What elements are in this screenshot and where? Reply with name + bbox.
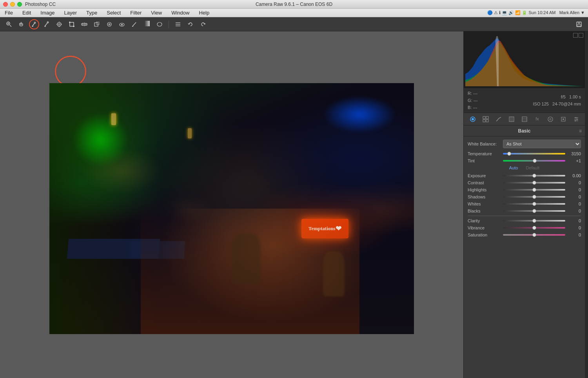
g-value: G: --- [468,97,478,104]
contrast-thumb[interactable] [532,181,536,185]
hist-collapse-btn[interactable] [573,33,578,38]
saturation-slider[interactable] [503,233,565,236]
exposure-slider[interactable] [503,174,565,177]
split-tone-tab[interactable]: fx [533,114,542,124]
blacks-row: Blacks 0 [468,209,581,213]
menu-file[interactable]: File [3,10,15,16]
panel-menu-button[interactable]: ≡ [579,128,582,134]
default-button[interactable]: Default [526,165,539,170]
saturation-thumb[interactable] [532,233,536,237]
svg-point-28 [121,24,123,25]
svg-rect-5 [32,26,33,27]
whites-row: Whites 0 [468,202,581,206]
exposure-thumb[interactable] [532,174,536,178]
rotate-left-tool[interactable] [185,19,196,29]
title-bar: Photoshop CC Camera Raw 9.6.1 – Canon EO… [0,0,588,9]
histogram-controls [573,33,583,38]
radial-filter-tool[interactable] [154,19,165,29]
grid-panel-tab[interactable] [481,114,490,124]
minimize-button[interactable] [10,2,15,7]
white-balance-select[interactable]: As Shot Auto Daylight Cloudy Shade Tungs… [503,140,581,148]
detail-tab[interactable] [507,114,516,124]
white-balance-tool[interactable] [29,19,39,29]
temperature-slider[interactable] [503,152,565,155]
menu-filter[interactable]: Filter [129,10,143,16]
menu-window[interactable]: Window [170,10,191,16]
color-sampler-tool[interactable] [42,19,52,29]
preferences-tool[interactable] [173,19,183,29]
menu-type[interactable]: Type [85,10,99,16]
adjustment-brush-tool[interactable] [129,19,140,29]
auto-button[interactable]: Auto [509,165,518,170]
figure-1 [232,234,261,284]
hsl-tab[interactable] [520,114,529,124]
maximize-button[interactable] [17,2,22,7]
menu-edit[interactable]: Edit [21,10,33,16]
close-button[interactable] [3,2,8,7]
svg-rect-42 [483,120,485,122]
r-value: R: --- [468,90,478,97]
lantern-2 [188,128,192,138]
camera-info-row: R: --- G: --- B: --- f/5 1.00 s ISO 125 … [468,90,581,111]
highlights-thumb[interactable] [532,188,536,192]
lens-value: 24-70@24 mm [552,102,581,106]
blacks-thumb[interactable] [532,209,536,213]
shadows-slider[interactable] [503,195,565,198]
vibrance-thumb[interactable] [532,226,536,230]
lens-correction-tab[interactable] [546,114,555,124]
auto-default-row: Auto Default [468,165,581,170]
svg-point-51 [548,117,553,122]
target-adjust-tool[interactable] [54,19,64,29]
svg-point-4 [34,22,36,24]
straighten-tool[interactable] [79,19,89,29]
save-tool[interactable] [574,19,584,29]
menu-view[interactable]: View [149,10,163,16]
image-area[interactable]: Temptations ❤ [0,31,463,378]
clarity-row: Clarity 0 [468,218,581,223]
camera-info: R: --- G: --- B: --- f/5 1.00 s ISO 125 … [464,88,585,113]
spot-removal-tool[interactable] [104,19,114,29]
basic-panel-tab[interactable] [468,114,477,124]
menu-select[interactable]: Select [105,10,122,16]
exposure-value: 0.00 [565,173,581,178]
whites-slider[interactable] [503,202,565,205]
vibrance-slider[interactable] [503,226,565,229]
svg-point-52 [550,118,551,120]
transform-tool[interactable] [92,19,102,29]
svg-point-7 [57,22,61,26]
tint-slider[interactable] [503,159,565,162]
shadows-thumb[interactable] [532,195,536,199]
clarity-slider[interactable] [503,219,565,222]
saturation-value: 0 [565,233,581,237]
blacks-slider[interactable] [503,209,565,213]
temperature-thumb[interactable] [507,152,511,156]
tone-curve-tab[interactable] [494,114,503,124]
svg-point-6 [47,22,49,23]
panel-title: Basic [518,128,530,134]
menu-image[interactable]: Image [39,10,56,16]
gradient-filter-tool[interactable] [142,19,152,29]
rgb-values: R: --- G: --- B: --- [468,90,478,111]
whites-thumb[interactable] [532,202,536,206]
contrast-slider[interactable] [503,181,565,184]
menu-help[interactable]: Help [197,10,211,16]
zoom-tool[interactable] [4,19,14,29]
window-title: Camera Raw 9.6.1 – Canon EOS 6D [256,2,332,7]
hist-expand-btn[interactable] [579,33,583,38]
tint-thumb[interactable] [533,159,537,163]
svg-point-60 [575,120,576,121]
hand-tool[interactable] [16,19,27,29]
clarity-thumb[interactable] [532,219,536,223]
blacks-label: Blacks [468,209,503,213]
presets-tab[interactable] [572,114,581,124]
camera-settings: f/5 1.00 s ISO 125 24-70@24 mm [533,93,581,107]
highlights-slider[interactable] [503,188,565,191]
red-eye-tool[interactable] [117,19,127,29]
menu-layer[interactable]: Layer [63,10,79,16]
panel-header: Basic ≡ [464,125,585,136]
shadows-label: Shadows [468,194,503,199]
rotate-right-tool[interactable] [198,19,208,29]
camera-calibration-tab[interactable] [559,114,568,124]
crop-tool[interactable] [67,19,77,29]
svg-point-59 [576,118,577,120]
